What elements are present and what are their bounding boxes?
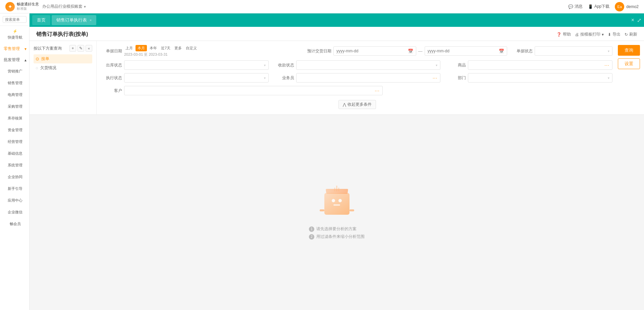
date-label: 单据日期 (102, 48, 122, 54)
empty-box-lid (325, 189, 348, 194)
system-mgmt-label: 系统管理 (8, 163, 22, 168)
scheme-add-icon: + (71, 46, 74, 51)
exec-status-select[interactable]: ▾ (124, 73, 269, 83)
retail-mgmt-label: 零售管理 (4, 46, 20, 52)
product-select[interactable]: ··· (468, 60, 612, 70)
sidebar-item-ecommerce[interactable]: 电商管理 (0, 89, 29, 101)
scheme-edit-button[interactable]: ✎ (77, 45, 84, 52)
app-download-icon: 📱 (588, 4, 593, 9)
collection-status-label: 收款状态 (274, 62, 294, 68)
scheme-inactive-icon: ○ (36, 65, 38, 70)
scheme-item-shortage[interactable]: ○ 欠货情况 (34, 63, 92, 72)
refresh-button[interactable]: ↻ 刷新 (625, 32, 637, 37)
scheme-shortage-label: 欠货情况 (40, 65, 56, 71)
shipment-status-label: 出库状态 (102, 62, 122, 68)
sidebar-item-enterprise-wechat[interactable]: 企业微信 (0, 206, 29, 218)
tab-home-label: 首页 (37, 17, 46, 23)
tab-close-icon[interactable]: × (90, 18, 92, 22)
filter-row-1: 单据日期 上月 本月 本年 近7天 更多 自定义 20 (102, 45, 612, 57)
status-select[interactable]: ▾ (535, 46, 612, 56)
tab-close-all-button[interactable]: × (631, 17, 634, 23)
print-button[interactable]: 🖨 按模板打印 ▾ (575, 32, 604, 37)
sidebar-item-finance[interactable]: 资金管理 (0, 124, 29, 136)
sidebar-item-quick-nav[interactable]: ⚡ 快捷导航 (0, 26, 29, 43)
finance-label: 资金管理 (8, 127, 22, 133)
sidebar-item-system-mgmt[interactable]: 系统管理 (0, 159, 29, 171)
date-shortcut-last-7-days[interactable]: 近7天 (160, 45, 172, 51)
expected-date-start-field[interactable] (336, 49, 407, 53)
user-profile[interactable]: Ea demo2 (615, 2, 639, 11)
date-shortcut-this-month[interactable]: 本月 (136, 45, 147, 51)
purchase-label: 采购管理 (8, 104, 22, 109)
ops-mgmt-label: 经营管理 (8, 139, 22, 144)
sidebar-item-ops-mgmt[interactable]: 经营管理 (0, 136, 29, 148)
date-shortcut-custom[interactable]: 自定义 (184, 45, 198, 51)
scheme-title: 按以下方案查询 (34, 46, 62, 51)
date-shortcut-more[interactable]: 更多 (173, 45, 183, 51)
collection-status-select[interactable]: ▾ (296, 60, 441, 70)
user-name[interactable]: demo2 (626, 4, 639, 9)
page-title: 销售订单执行表(按单) (36, 31, 88, 38)
customer-more-icon: ··· (375, 88, 380, 93)
salesperson-more-icon: ··· (433, 75, 438, 81)
date-shortcut-this-year[interactable]: 本年 (148, 45, 158, 51)
sidebar-item-app-center[interactable]: 应用中心 (0, 195, 29, 206)
sidebar-search-area[interactable] (0, 13, 29, 26)
sidebar-item-retail-mgmt[interactable]: 零售管理 ▾ (0, 43, 29, 54)
sidebar-item-purchase[interactable]: 采购管理 (0, 101, 29, 112)
breadcrumb-text: 办公用品行业模拟账套 (42, 4, 83, 9)
customer-select[interactable]: ··· (124, 86, 383, 95)
date-shortcuts: 上月 本月 本年 近7天 更多 自定义 (124, 45, 302, 51)
expected-date-end-field[interactable] (428, 49, 498, 53)
date-shortcut-last-month[interactable]: 上月 (124, 45, 134, 51)
breadcrumb-arrow[interactable]: ▾ (84, 4, 86, 9)
sidebar-search-input[interactable] (3, 16, 26, 23)
product-more-icon: ··· (604, 62, 609, 68)
salesperson-select[interactable]: ··· (296, 73, 441, 83)
shipment-dropdown-icon: ▾ (264, 63, 266, 67)
salesperson-label: 业务员 (274, 75, 294, 81)
new-user-guide-label: 新手引导 (8, 186, 22, 191)
filter-buttons-area: 查询 设置 (618, 41, 644, 114)
logo-text: 畅捷通好生意 (17, 2, 39, 6)
sidebar-item-enterprise-collab[interactable]: 企业协同 (0, 171, 29, 183)
sidebar-item-marketing[interactable]: 营销推广 (0, 65, 29, 77)
print-icon: 🖨 (575, 32, 579, 37)
enterprise-collab-label: 企业协同 (8, 174, 22, 179)
sidebar-item-new-user-guide[interactable]: 新手引导 (0, 183, 29, 195)
settings-button[interactable]: 设置 (618, 58, 640, 69)
app-download-action[interactable]: 📱 App下载 (588, 4, 609, 9)
sidebar-item-sales-mgmt[interactable]: 销售管理 (0, 77, 29, 89)
exec-status-item: 执行状态 ▾ (102, 73, 269, 83)
sidebar-item-inventory[interactable]: 库存核算 (0, 112, 29, 124)
help-button[interactable]: ❓ 帮助 (556, 32, 571, 37)
tab-bar: 首页 销售订单执行表 × × ⤢ (30, 13, 644, 27)
collapse-icon: ⋀ (343, 102, 346, 107)
scheme-collapse-button[interactable]: « (86, 45, 92, 52)
logo[interactable]: ✦ 畅捷通好生意 标准版 (5, 2, 39, 11)
tab-fullscreen-button[interactable]: ⤢ (637, 17, 641, 23)
department-select[interactable]: ▾ (468, 73, 612, 83)
export-label: 导出 (612, 32, 621, 37)
query-button[interactable]: 查询 (618, 45, 640, 56)
expected-date-end-input[interactable]: 📅 (425, 46, 507, 56)
message-action[interactable]: 💬 消息 (568, 4, 583, 9)
shipment-status-select[interactable]: ▾ (124, 60, 269, 70)
export-button[interactable]: ⬇ 导出 (608, 32, 621, 37)
scheme-add-button[interactable]: + (69, 45, 76, 52)
department-filter-item: 部门 ▾ (446, 73, 612, 83)
tab-home[interactable]: 首页 (32, 15, 50, 25)
expected-date-start-input[interactable]: 📅 (333, 46, 416, 56)
filter-row-2: 出库状态 ▾ 收款状态 ▾ (102, 60, 612, 70)
avatar-text: Ea (618, 5, 622, 9)
marketing-label: 营销推广 (8, 69, 22, 74)
sidebar-item-vip-member[interactable]: 畅会员 (0, 218, 29, 230)
sidebar-item-wholesale-mgmt[interactable]: 批发管理 ▴ (0, 54, 29, 65)
scheme-item-by-order[interactable]: ⊙ 按单 (34, 54, 92, 63)
sidebar-item-basic-info[interactable]: 基础信息 (0, 148, 29, 159)
tab-sales-exec[interactable]: 销售订单执行表 × (52, 15, 96, 25)
status-label: 单据状态 (513, 48, 533, 54)
collapse-more-button[interactable]: ⋀ 收起更多条件 (338, 100, 376, 109)
filter-collapse-row: ⋀ 收起更多条件 (102, 99, 612, 110)
hint-num-1: 1 (309, 226, 314, 232)
